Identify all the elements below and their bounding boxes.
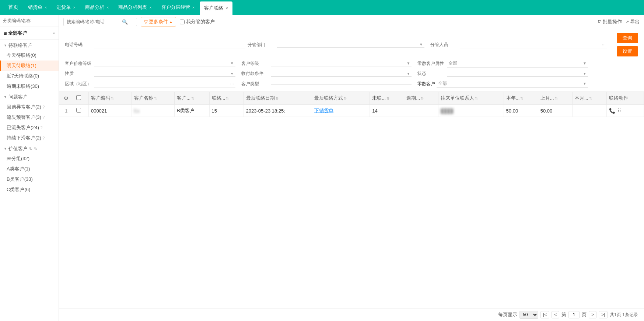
sort-uncontacted-icon[interactable]: ⇅	[386, 96, 389, 100]
col-setting[interactable]: ⚙	[59, 92, 74, 105]
status-select[interactable]: ▼	[447, 71, 588, 77]
my-customers-checkbox-area[interactable]: 我分管的客户	[180, 18, 215, 25]
next-page-button[interactable]: >	[589, 311, 596, 318]
sort-this-month-icon[interactable]: ⇅	[589, 96, 592, 100]
sort-name-icon[interactable]: ⇅	[154, 96, 157, 100]
col-contact-person[interactable]: 往来单位联系人⇅	[438, 92, 504, 105]
export-button[interactable]: ↗ 导出	[626, 18, 640, 25]
manager-dots-icon[interactable]: ···	[602, 42, 606, 47]
reset-button[interactable]: 设置	[617, 46, 638, 56]
table-row: 1 000021 Ea B类客户 15 2023-05-23 18:25: 下销…	[59, 105, 644, 117]
sidebar-item-tomorrow[interactable]: 明天待联络(1)	[0, 61, 59, 71]
sidebar-group-pending[interactable]: 待联络客户	[0, 40, 59, 50]
col-checkbox[interactable]	[74, 92, 88, 105]
sidebar-item-class-c[interactable]: C类客户(6)	[0, 184, 59, 195]
edit-icon[interactable]: ✎	[34, 146, 37, 151]
search-input[interactable]	[67, 19, 122, 24]
row-checkbox[interactable]	[76, 108, 81, 113]
sidebar-collapse-icon[interactable]: «	[53, 31, 55, 35]
sort-method-icon[interactable]: ⇅	[344, 96, 347, 100]
nav-sales-order[interactable]: 销货单 ×	[24, 0, 51, 15]
col-contact-count[interactable]: 联络...⇅	[209, 92, 244, 105]
payment-select[interactable]: ▼	[271, 71, 412, 77]
retail-attr-select[interactable]: 全部 ▼	[447, 59, 588, 68]
refresh-icon[interactable]: ↻	[29, 146, 32, 151]
select-all-checkbox[interactable]	[76, 95, 81, 100]
close-product-analysis-list-icon[interactable]: ×	[149, 5, 151, 10]
prev-page-button[interactable]: <	[552, 311, 559, 318]
per-page-select[interactable]: 50 100 200	[519, 311, 538, 319]
nav-customer-contact[interactable]: 客户联络 ×	[200, 1, 232, 15]
row-checkbox-cell[interactable]	[74, 105, 88, 117]
row-last-contact-method[interactable]: 下销货单	[312, 105, 370, 117]
nature-select[interactable]: ▼	[94, 71, 235, 77]
col-code[interactable]: 客户编码⇅	[88, 92, 132, 105]
close-sales-order-icon[interactable]: ×	[45, 5, 47, 10]
sort-last-month-icon[interactable]: ⇅	[555, 96, 558, 100]
sidebar-item-churned[interactable]: 已流失客户(24) ?	[0, 122, 59, 133]
sort-overdue-icon[interactable]: ⇅	[421, 96, 424, 100]
page-number-input[interactable]	[568, 311, 580, 318]
col-last-contact-date[interactable]: 最后联络日期⇅	[244, 92, 312, 105]
col-this-year[interactable]: 本年...⇅	[504, 92, 538, 105]
region-dots-icon[interactable]: ···	[230, 81, 234, 86]
sidebar-item-class-b[interactable]: B类客户(33)	[0, 174, 59, 184]
sort-type-icon[interactable]: ⇅	[191, 96, 194, 100]
region-select[interactable]: ···	[94, 80, 235, 87]
sort-date-icon[interactable]: ⇅	[276, 96, 279, 100]
sort-this-year-icon[interactable]: ⇅	[520, 96, 523, 100]
chevron-up-icon: ▲	[169, 20, 173, 24]
nav-product-analysis[interactable]: 商品分析 ×	[81, 0, 113, 15]
sidebar-item-churn-warning[interactable]: 流失预警客户(3) ?	[0, 112, 59, 122]
nav-product-analysis-list[interactable]: 商品分析列表 ×	[114, 0, 156, 15]
sort-contact-icon[interactable]: ⇅	[226, 96, 229, 100]
sidebar-item-today[interactable]: 今天待联络(0)	[0, 50, 59, 61]
manager-select[interactable]: ···	[460, 41, 607, 48]
col-overdue[interactable]: 逾期...⇅	[404, 92, 438, 105]
sort-code-icon[interactable]: ⇅	[111, 96, 114, 100]
sidebar-item-class-a[interactable]: A类客户(1)	[0, 164, 59, 174]
query-button[interactable]: 查询	[617, 33, 638, 43]
column-setting-icon[interactable]: ⚙	[64, 95, 69, 101]
phone-input[interactable]	[94, 41, 245, 48]
last-contact-method-link[interactable]: 下销货单	[314, 108, 333, 113]
sidebar-item-abnormal-repurchase[interactable]: 回购异常客户(2) ?	[0, 102, 59, 112]
sidebar-item-ungrouped[interactable]: 未分组(32)	[0, 153, 59, 164]
sidebar-item-declining[interactable]: 持续下滑客户(2) ?	[0, 133, 59, 143]
first-page-button[interactable]: |<	[540, 311, 549, 318]
sidebar-group-value[interactable]: 价值客户 ↻ ✎	[0, 143, 59, 153]
nav-purchase-order[interactable]: 进货单 ×	[52, 0, 80, 15]
col-uncontacted[interactable]: 未联...⇅	[370, 92, 404, 105]
last-page-button[interactable]: >|	[599, 311, 608, 318]
col-last-contact-method[interactable]: 最后联络方式⇅	[312, 92, 370, 105]
sidebar-group-problem[interactable]: 问题客户	[0, 92, 59, 102]
close-customer-contact-icon[interactable]: ×	[225, 6, 228, 10]
search-input-wrap[interactable]: 🔍	[63, 18, 137, 26]
col-name[interactable]: 客户名称⇅	[132, 92, 175, 105]
retail-customer-select[interactable]: 全部 ▼	[437, 80, 588, 88]
dept-select[interactable]: ▼	[277, 42, 424, 48]
close-product-analysis-icon[interactable]: ×	[106, 5, 109, 10]
nav-customer-layering[interactable]: 客户分层经营 ×	[157, 0, 199, 15]
action-menu-icon[interactable]: ⠿	[617, 108, 621, 114]
price-level-select[interactable]: ▼	[94, 61, 235, 66]
col-this-month[interactable]: 本月...⇅	[572, 92, 606, 105]
action-phone-icon[interactable]: 📞	[609, 108, 615, 114]
col-last-month[interactable]: 上月...⇅	[538, 92, 572, 105]
nav-home[interactable]: 首页	[4, 0, 23, 15]
filter-action-buttons: 查询 设置	[617, 33, 638, 56]
customer-level-select[interactable]: ▼	[271, 61, 412, 66]
sidebar-item-overdue[interactable]: 逾期未联络(30)	[0, 81, 59, 92]
sort-person-icon[interactable]: ⇅	[475, 96, 478, 100]
sidebar-search-input[interactable]	[3, 18, 58, 23]
sidebar-item-7days[interactable]: 近7天待联络(0)	[0, 71, 59, 81]
batch-operation-button[interactable]: ☑ 批量操作	[598, 18, 622, 25]
col-customer-type[interactable]: 客户...⇅	[175, 92, 209, 105]
close-customer-layering-icon[interactable]: ×	[192, 5, 195, 10]
close-purchase-order-icon[interactable]: ×	[73, 5, 75, 10]
search-bar-icon[interactable]: 🔍	[122, 19, 128, 25]
my-customers-checkbox[interactable]	[180, 20, 185, 24]
sidebar-all-customers[interactable]: ⊞ 全部客户 «	[0, 27, 59, 40]
more-filter-button[interactable]: ▽ 更多条件 ▲	[141, 17, 176, 27]
customer-type-select[interactable]	[271, 83, 412, 85]
